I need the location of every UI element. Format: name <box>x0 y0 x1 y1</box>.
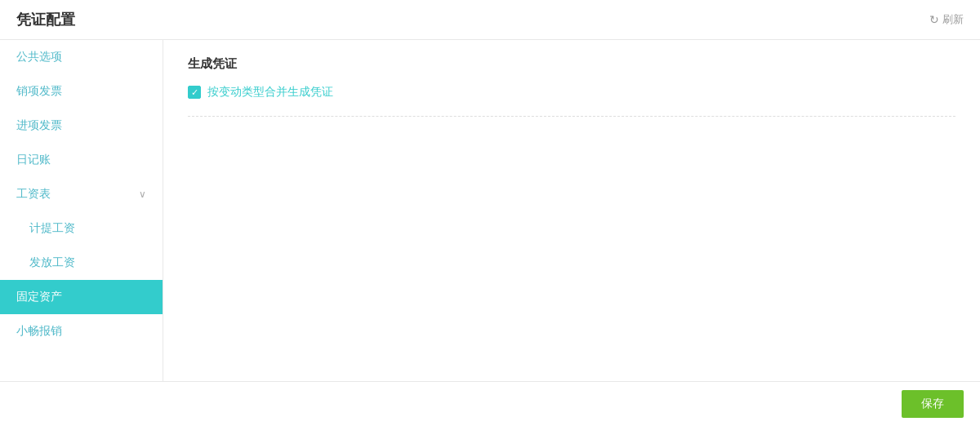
merge-checkbox[interactable]: ✓ <box>188 86 201 99</box>
checkmark-icon: ✓ <box>191 88 198 97</box>
refresh-button[interactable]: ↻ 刷新 <box>929 12 964 27</box>
divider <box>188 116 956 117</box>
sidebar-item-fixed-assets[interactable]: 固定资产 <box>0 280 163 314</box>
page-header: 凭证配置 ↻ 刷新 <box>0 0 980 40</box>
save-button[interactable]: 保存 <box>902 390 964 418</box>
sidebar-item-journal[interactable]: 日记账 <box>0 143 163 177</box>
sidebar-item-payroll-accrual[interactable]: 计提工资 <box>0 211 163 246</box>
sidebar-item-label: 发放工资 <box>29 255 75 270</box>
sidebar-item-label: 固定资产 <box>16 290 62 304</box>
checkbox-label: 按变动类型合并生成凭证 <box>207 85 333 100</box>
sidebar-item-label: 进项发票 <box>16 118 62 133</box>
sidebar: 公共选项销项发票进项发票日记账工资表∨计提工资发放工资固定资产小畅报销 <box>0 40 163 381</box>
footer: 保存 <box>0 381 980 426</box>
chevron-down-icon: ∨ <box>139 189 146 200</box>
sidebar-item-purchase-invoice[interactable]: 进项发票 <box>0 109 163 143</box>
page-title: 凭证配置 <box>16 10 75 29</box>
sidebar-item-expense[interactable]: 小畅报销 <box>0 314 163 348</box>
refresh-icon: ↻ <box>929 13 939 26</box>
refresh-label: 刷新 <box>942 12 964 27</box>
sidebar-item-payroll-issue[interactable]: 发放工资 <box>0 246 163 280</box>
sidebar-item-label: 日记账 <box>16 153 51 167</box>
section-title: 生成凭证 <box>188 56 956 72</box>
sidebar-item-label: 工资表 <box>16 187 51 202</box>
sidebar-item-label: 计提工资 <box>29 221 75 236</box>
sidebar-item-label: 销项发票 <box>16 84 62 99</box>
content-wrapper: 公共选项销项发票进项发票日记账工资表∨计提工资发放工资固定资产小畅报销 生成凭证… <box>0 40 980 381</box>
sidebar-item-payroll[interactable]: 工资表∨ <box>0 177 163 211</box>
checkbox-row[interactable]: ✓ 按变动类型合并生成凭证 <box>188 85 956 100</box>
sidebar-item-sales-invoice[interactable]: 销项发票 <box>0 74 163 109</box>
sidebar-item-label: 小畅报销 <box>16 324 62 339</box>
sidebar-item-label: 公共选项 <box>16 50 62 64</box>
sidebar-item-public-options[interactable]: 公共选项 <box>0 40 163 74</box>
main-content: 生成凭证 ✓ 按变动类型合并生成凭证 <box>163 40 980 381</box>
